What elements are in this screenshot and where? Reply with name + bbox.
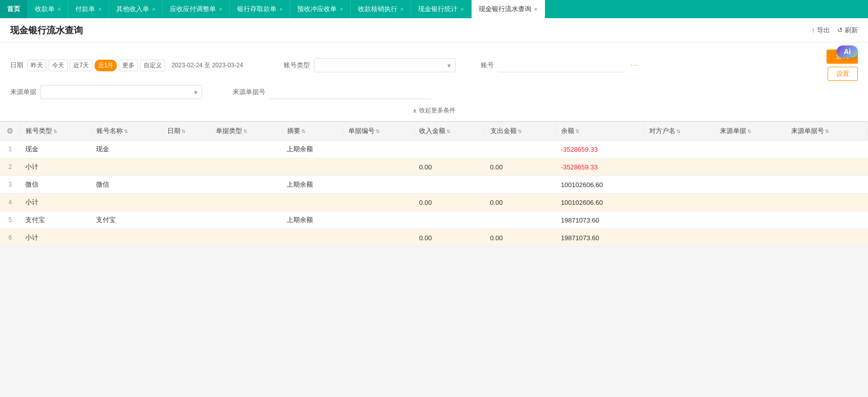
table-cell: 小计 (20, 229, 91, 247)
table-cell (162, 194, 210, 211)
col-header-source_doc[interactable]: 来源单据⇅ (715, 122, 786, 141)
col-header-expense[interactable]: 支出金额⇅ (485, 122, 556, 141)
col-header-counterparty[interactable]: 对方户名⇅ (644, 122, 715, 141)
table-cell (414, 211, 485, 229)
date-shortcut-btn[interactable]: 近1月 (95, 60, 117, 71)
table-cell (786, 158, 867, 176)
table-cell: 上期余额 (282, 176, 343, 194)
nav-tab[interactable]: 付款单× (68, 0, 109, 18)
table-cell (282, 229, 343, 247)
table-cell (715, 211, 786, 229)
source-doc-filter-group: 来源单据 ▾ (10, 85, 202, 99)
nav-tab[interactable]: 现金银行统计× (411, 0, 471, 18)
export-button[interactable]: ↑ 导出 (812, 26, 831, 35)
date-shortcut-btn[interactable]: 昨天 (27, 60, 47, 71)
date-filter-group: 日期 昨天今天近7天近1月更多自定义 2023-02-24 至 2023-03-… (10, 60, 243, 71)
col-header-doc_no[interactable]: 单据编号⇅ (343, 122, 414, 141)
account-type-filter-group: 账号类型 ▾ (284, 58, 455, 72)
table-cell (786, 229, 867, 247)
table-cell (282, 158, 343, 176)
filter-row-1: 日期 昨天今天近7天近1月更多自定义 2023-02-24 至 2023-03-… (10, 50, 858, 81)
col-header-date[interactable]: 日期⇅ (162, 122, 210, 141)
account-dots-btn[interactable]: ··· (628, 61, 639, 70)
table-cell (715, 158, 786, 176)
account-input[interactable] (498, 58, 624, 72)
table-cell (211, 158, 282, 176)
col-header-source_doc_no[interactable]: 来源单据号⇅ (786, 122, 867, 141)
table-cell: 上期余额 (282, 211, 343, 229)
date-shortcut-btn[interactable]: 更多 (119, 60, 138, 71)
table-cell (715, 176, 786, 194)
nav-home[interactable]: 首页 (0, 0, 28, 18)
table-cell: 1 (0, 141, 20, 158)
nav-tab[interactable]: 收款单× (28, 0, 68, 18)
table-cell: 小计 (20, 158, 91, 176)
source-doc-no-filter-group: 来源单据号 (233, 85, 431, 99)
table-cell (485, 141, 556, 158)
table-cell: 3 (0, 176, 20, 194)
table-cell: 0.00 (485, 229, 556, 247)
date-shortcut-btn[interactable]: 今天 (49, 60, 68, 71)
nav-tab[interactable]: 预收冲应收单× (290, 0, 350, 18)
nav-tab[interactable]: 银行存取款单× (230, 0, 290, 18)
nav-tab[interactable]: 应收应付调整单× (163, 0, 230, 18)
table-cell: 0.00 (485, 158, 556, 176)
table-cell (786, 194, 867, 211)
table-cell: 现金 (91, 141, 162, 158)
collapse-bar[interactable]: ∧ 收起更多条件 (10, 103, 858, 116)
gear-icon[interactable]: ⚙ (7, 126, 13, 135)
col-header-account_type[interactable]: 账号类型⇅ (20, 122, 91, 141)
col-header-gear: ⚙ (0, 122, 20, 141)
table-cell: 2 (0, 158, 20, 176)
table-cell (162, 211, 210, 229)
table-cell (644, 229, 715, 247)
col-header-account_name[interactable]: 账号名称⇅ (91, 122, 162, 141)
col-header-income[interactable]: 收入金额⇅ (414, 122, 485, 141)
table-cell (644, 158, 715, 176)
table-row: 2小计0.000.00-3528659.33 (0, 158, 868, 176)
table-cell: 0.00 (485, 194, 556, 211)
table-cell (485, 176, 556, 194)
table-cell (162, 141, 210, 158)
main-table: ⚙账号类型⇅账号名称⇅日期⇅单据类型⇅摘要⇅单据编号⇅收入金额⇅支出金额⇅余额⇅… (0, 121, 868, 247)
settings-button[interactable]: 设置 (828, 67, 858, 81)
date-label: 日期 (10, 61, 23, 70)
filter-area: 日期 昨天今天近7天近1月更多自定义 2023-02-24 至 2023-03-… (0, 42, 868, 121)
nav-tab[interactable]: 现金银行流水查询× (472, 0, 545, 18)
account-type-select[interactable]: ▾ (314, 58, 455, 72)
date-shortcut-btn[interactable]: 自定义 (140, 60, 165, 71)
table-cell (343, 229, 414, 247)
table-cell: 上期余额 (282, 141, 343, 158)
table-cell (644, 211, 715, 229)
col-header-balance[interactable]: 余额⇅ (556, 122, 644, 141)
date-shortcut-btn[interactable]: 近7天 (70, 60, 93, 71)
table-cell (414, 176, 485, 194)
table-cell: 支付宝 (91, 211, 162, 229)
refresh-button[interactable]: ↺ 刷新 (837, 26, 858, 35)
table-cell (211, 211, 282, 229)
nav-tab[interactable]: 收款核销执行× (351, 0, 411, 18)
table-cell (211, 141, 282, 158)
table-cell: 4 (0, 194, 20, 211)
table-cell (162, 229, 210, 247)
source-doc-no-input[interactable] (269, 85, 431, 99)
col-header-doc_type[interactable]: 单据类型⇅ (211, 122, 282, 141)
table-cell (786, 176, 867, 194)
table-cell (715, 229, 786, 247)
date-shortcuts: 昨天今天近7天近1月更多自定义 (27, 60, 165, 71)
table-cell (644, 194, 715, 211)
filter-row-2: 来源单据 ▾ 来源单据号 (10, 85, 858, 99)
source-doc-select[interactable]: ▾ (40, 85, 202, 99)
table-cell: 19871073.60 (556, 229, 644, 247)
table-cell (343, 176, 414, 194)
col-header-summary[interactable]: 摘要⇅ (282, 122, 343, 141)
source-doc-label: 来源单据 (10, 87, 36, 97)
ai-badge[interactable]: Ai (837, 46, 858, 58)
table-row: 3微信微信上期余额100102606.60 (0, 176, 868, 194)
table-cell (211, 176, 282, 194)
table-cell: 微信 (91, 176, 162, 194)
table-cell (91, 229, 162, 247)
table-row: 4小计0.000.00100102606.60 (0, 194, 868, 211)
page-header: 现金银行流水查询 ↑ 导出 ↺ 刷新 (0, 18, 868, 42)
nav-tab[interactable]: 其他收入单× (109, 0, 163, 18)
